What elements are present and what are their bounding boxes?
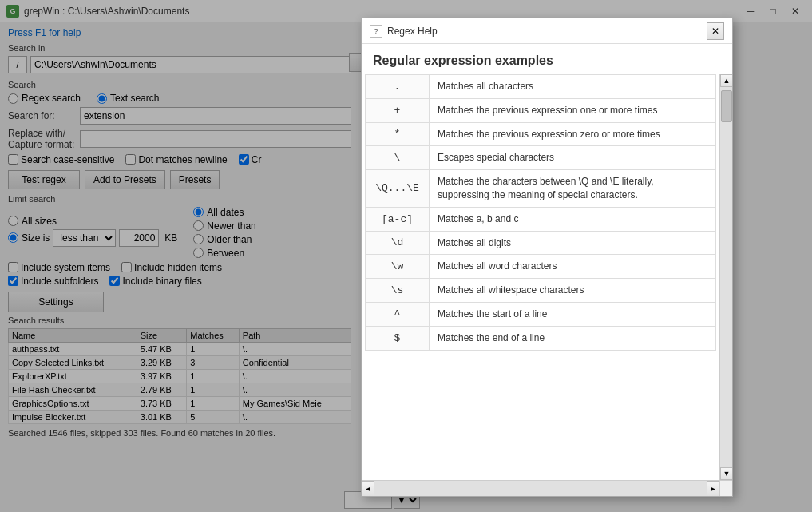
regex-table: .Matches all characters+Matches the prev… xyxy=(365,74,716,351)
regex-expr: * xyxy=(366,122,430,146)
regex-expr: . xyxy=(366,75,430,99)
regex-desc: Matches the start of a line xyxy=(430,302,716,326)
list-item: \dMatches all digits xyxy=(366,231,716,255)
main-window: G grepWin : C:\Users\Ashwin\Documents ─ … xyxy=(0,0,812,512)
dialog-icon: ? xyxy=(370,25,382,38)
dialog-heading: Regular expression examples xyxy=(362,44,732,74)
regex-desc: Matches the end of a line xyxy=(430,326,716,350)
list-item: \Escapes special characters xyxy=(366,146,716,170)
regex-expr: ^ xyxy=(366,302,430,326)
list-item: .Matches all characters xyxy=(366,75,716,99)
regex-desc: Matches all whitespace characters xyxy=(430,279,716,303)
regex-expr: \w xyxy=(366,255,430,279)
list-item: \sMatches all whitespace characters xyxy=(366,279,716,303)
regex-table-wrapper[interactable]: .Matches all characters+Matches the prev… xyxy=(362,74,719,480)
dialog-title-bar: ? Regex Help ✕ xyxy=(362,18,732,44)
regex-desc: Matches the characters between \Q and \E… xyxy=(430,170,716,208)
regex-expr: + xyxy=(366,98,430,122)
dialog-title-text: Regex Help xyxy=(387,26,438,37)
scroll-right-arrow[interactable]: ► xyxy=(707,481,719,497)
scroll-up-arrow[interactable]: ▲ xyxy=(720,74,732,87)
list-item: +Matches the previous expression one or … xyxy=(366,98,716,122)
regex-desc: Matches the previous expression one or m… xyxy=(430,98,716,122)
list-item: *Matches the previous expression zero or… xyxy=(366,122,716,146)
dialog-close-button[interactable]: ✕ xyxy=(707,22,724,40)
list-item: [a-c]Matches a, b and c xyxy=(366,207,716,231)
list-item: $Matches the end of a line xyxy=(366,326,716,350)
dialog-body: .Matches all characters+Matches the prev… xyxy=(362,74,732,480)
scroll-left-arrow[interactable]: ◄ xyxy=(362,481,374,497)
dialog-bottom-bar: ◄ ► xyxy=(362,480,732,496)
list-item: ^Matches the start of a line xyxy=(366,302,716,326)
regex-desc: Escapes special characters xyxy=(430,146,716,170)
scroll-track xyxy=(720,87,732,467)
regex-expr: $ xyxy=(366,326,430,350)
scroll-down-arrow[interactable]: ▼ xyxy=(720,467,732,480)
regex-desc: Matches the previous expression zero or … xyxy=(430,122,716,146)
regex-expr: \Q...\E xyxy=(366,170,430,208)
dialog-title-left: ? Regex Help xyxy=(370,25,438,38)
regex-desc: Matches all word characters xyxy=(430,255,716,279)
regex-expr: \ xyxy=(366,146,430,170)
regex-desc: Matches all digits xyxy=(430,231,716,255)
regex-expr: \d xyxy=(366,231,430,255)
regex-desc: Matches all characters xyxy=(430,75,716,99)
list-item: \wMatches all word characters xyxy=(366,255,716,279)
regex-dialog: ? Regex Help ✕ Regular expression exampl… xyxy=(361,18,733,497)
list-item: \Q...\EMatches the characters between \Q… xyxy=(366,170,716,208)
regex-expr: \s xyxy=(366,279,430,303)
regex-desc: Matches a, b and c xyxy=(430,207,716,231)
scroll-corner xyxy=(719,481,732,497)
dialog-scrollbar: ▲ ▼ xyxy=(719,74,732,480)
h-scroll-track xyxy=(374,481,707,497)
scroll-thumb[interactable] xyxy=(721,90,732,122)
dialog-content: Regular expression examples .Matches all… xyxy=(362,44,732,496)
regex-expr: [a-c] xyxy=(366,207,430,231)
